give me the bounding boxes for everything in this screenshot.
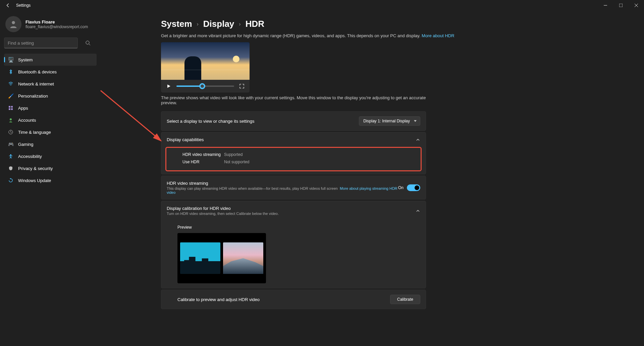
chevron-up-icon: [416, 137, 420, 142]
display-selector-card: Select a display to view or change its s…: [161, 111, 426, 131]
svg-point-15: [10, 154, 11, 156]
capability-row: Use HDR Not supported: [182, 159, 415, 166]
search-input[interactable]: [4, 38, 78, 48]
nav-label: Gaming: [18, 142, 34, 147]
calibration-header[interactable]: Display calibration for HDR video Turn o…: [161, 201, 426, 220]
accessibility-icon: [8, 154, 13, 159]
nav-system[interactable]: 🖥️ System: [4, 54, 97, 66]
preview-hdr: [223, 242, 263, 274]
play-button[interactable]: [166, 83, 172, 89]
hdr-streaming-title: HDR video streaming: [167, 181, 398, 186]
calibration-card: Display calibration for HDR video Turn o…: [161, 201, 426, 288]
breadcrumb-system[interactable]: System: [161, 19, 192, 29]
calibrate-label: Calibrate to preview and adjust HDR vide…: [167, 297, 260, 302]
svg-point-4: [12, 21, 15, 24]
bluetooth-icon: [8, 69, 13, 74]
close-button[interactable]: [629, 0, 644, 11]
preview-sdr: [180, 242, 220, 274]
preview-label: Preview: [177, 225, 420, 230]
chevron-right-icon: ›: [239, 21, 240, 27]
hdr-description: Get a brighter and more vibrant picture …: [161, 33, 628, 38]
video-thumbnail: [161, 42, 250, 80]
avatar: [5, 16, 21, 32]
nav-label: Time & language: [18, 130, 51, 135]
titlebar: Settings: [0, 0, 644, 11]
nav-label: Accessibility: [18, 154, 42, 159]
capabilities-header[interactable]: Display capabilities: [161, 132, 426, 147]
more-about-hdr-link[interactable]: More about HDR: [422, 33, 454, 38]
svg-point-5: [86, 41, 89, 44]
nav-label: Accounts: [18, 118, 36, 123]
network-icon: [8, 81, 13, 86]
apps-icon: [8, 105, 13, 111]
calibrate-action-card: Calibrate to preview and adjust HDR vide…: [161, 290, 426, 309]
svg-rect-10: [11, 108, 13, 110]
window-controls: [598, 0, 644, 11]
nav-personalization[interactable]: 🖌️ Personalization: [4, 90, 97, 102]
chevron-right-icon: ›: [197, 21, 199, 27]
capability-row: HDR video streaming Supported: [182, 151, 415, 159]
user-name: Flavius Floare: [25, 19, 88, 24]
slider-thumb[interactable]: [199, 83, 205, 89]
nav-gaming[interactable]: 🎮 Gaming: [4, 138, 97, 150]
calibrate-button[interactable]: Calibrate: [390, 295, 420, 304]
fullscreen-button[interactable]: [239, 83, 245, 89]
svg-line-6: [89, 44, 90, 45]
nav-label: Personalization: [18, 94, 48, 99]
nav-update[interactable]: Windows Update: [4, 174, 97, 186]
breadcrumb-display[interactable]: Display: [203, 19, 234, 29]
nav-label: Bluetooth & devices: [18, 69, 57, 74]
hdr-streaming-card: HDR video streaming This display can pla…: [161, 176, 426, 199]
system-icon: 🖥️: [8, 57, 13, 62]
nav-network[interactable]: Network & internet: [4, 78, 97, 90]
calibration-preview: [177, 233, 266, 283]
hdr-streaming-toggle[interactable]: [407, 184, 420, 191]
svg-point-11: [10, 118, 12, 120]
nav-time[interactable]: Time & language: [4, 126, 97, 138]
gaming-icon: 🎮: [8, 141, 13, 147]
nav-label: Windows Update: [18, 178, 51, 183]
breadcrumb: System › Display › HDR: [161, 19, 628, 29]
window-title: Settings: [16, 3, 31, 8]
svg-rect-1: [619, 4, 623, 7]
maximize-button[interactable]: [613, 0, 629, 11]
capabilities-title: Display capabilities: [167, 137, 204, 142]
content-area: System › Display › HDR Get a brighter an…: [101, 11, 644, 346]
hdr-video-preview: [161, 42, 250, 93]
update-icon: [8, 178, 13, 183]
nav-apps[interactable]: Apps: [4, 102, 97, 114]
nav-accounts[interactable]: Accounts: [4, 114, 97, 126]
nav-label: System: [18, 57, 33, 62]
shield-icon: [8, 166, 13, 171]
nav-label: Network & internet: [18, 81, 54, 86]
svg-rect-7: [9, 106, 10, 108]
svg-line-14: [11, 132, 12, 133]
accounts-icon: [8, 117, 13, 123]
brush-icon: 🖌️: [8, 93, 13, 99]
nav-bluetooth[interactable]: Bluetooth & devices: [4, 66, 97, 78]
display-capabilities-card: Display capabilities HDR video streaming…: [161, 132, 426, 174]
annotation-highlight: HDR video streaming Supported Use HDR No…: [165, 147, 422, 171]
preview-note: The preview shows what video will look l…: [161, 95, 426, 105]
nav-label: Privacy & security: [18, 166, 53, 171]
svg-rect-8: [11, 106, 13, 108]
display-dropdown[interactable]: Display 1: Internal Display: [359, 116, 420, 126]
user-email: floare_flavius@windowsreport.com: [25, 24, 88, 29]
toggle-state-label: On: [398, 185, 404, 190]
search-icon: [85, 40, 91, 46]
sidebar: Flavius Floare floare_flavius@windowsrep…: [0, 11, 101, 346]
nav-label: Apps: [18, 106, 28, 111]
nav-privacy[interactable]: Privacy & security: [4, 162, 97, 174]
hdr-streaming-sub: This display can play streaming HDR vide…: [167, 186, 398, 194]
user-profile[interactable]: Flavius Floare floare_flavius@windowsrep…: [4, 15, 97, 38]
brightness-slider[interactable]: [176, 85, 234, 87]
svg-rect-9: [9, 108, 10, 110]
back-button[interactable]: [5, 3, 11, 8]
time-icon: [8, 129, 13, 135]
nav-accessibility[interactable]: Accessibility: [4, 150, 97, 162]
breadcrumb-hdr: HDR: [246, 19, 264, 29]
minimize-button[interactable]: [598, 0, 613, 11]
calibration-title: Display calibration for HDR video: [167, 206, 279, 211]
display-selector-label: Select a display to view or change its s…: [167, 119, 255, 124]
chevron-up-icon: [416, 209, 420, 213]
